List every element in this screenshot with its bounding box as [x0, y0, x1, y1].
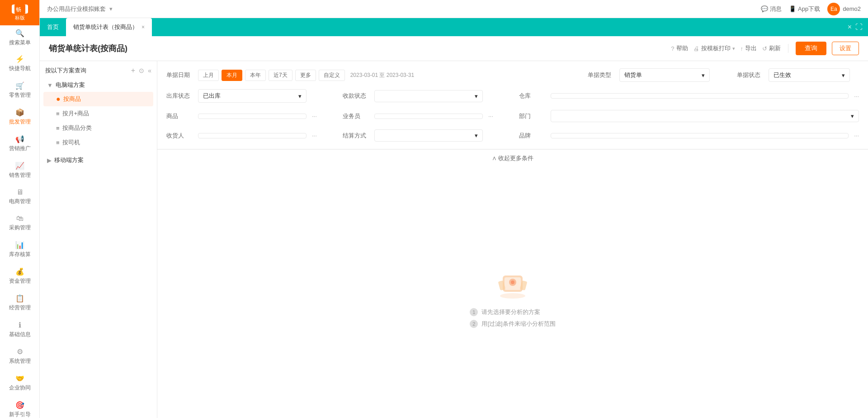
scheme-item-by-category[interactable]: ≡ 按商品分类 [43, 121, 153, 135]
settings-button[interactable]: 设置 [832, 42, 859, 55]
scheme-item-by-product[interactable]: ● 按商品 [43, 92, 153, 106]
sidebar-item-purchase[interactable]: 🛍 采购管理 [0, 210, 39, 236]
refresh-btn[interactable]: ↺ 刷新 [762, 44, 781, 52]
receiver-label: 收货人 [166, 132, 198, 140]
user-menu[interactable]: Ea demo2 [827, 3, 861, 15]
out-status-select[interactable]: 已出库 ▾ [198, 89, 307, 103]
brand-control: ··· [551, 132, 859, 139]
scheme-item-by-operator[interactable]: ≡ 按司机 [43, 135, 153, 150]
scheme-item-active-icon: ● [56, 95, 61, 103]
settlement-label: 结算方式 [343, 132, 374, 140]
department-select[interactable]: ▾ [551, 110, 859, 122]
payment-status-label: 收款状态 [343, 92, 374, 100]
warehouse-dots-btn[interactable]: ··· [854, 93, 859, 100]
tabbar-right: × ⛶ [848, 23, 868, 31]
receiver-select[interactable] [198, 133, 307, 138]
help-icon: ? [671, 45, 674, 52]
maximize-icon[interactable]: ⛶ [855, 23, 863, 31]
export-btn[interactable]: ↑ 导出 [741, 44, 757, 52]
finance-icon: 💰 [15, 267, 24, 276]
scheme-item-icon-1: ≡ [56, 110, 60, 117]
brand-select[interactable] [551, 133, 849, 138]
retail-icon: 🛒 [15, 81, 24, 90]
logo-icon: 畅 [12, 5, 28, 14]
sidebar-item-wholesale[interactable]: 📦 批发管理 [0, 104, 39, 130]
scheme-item-by-month-product[interactable]: ≡ 按月+商品 [43, 106, 153, 121]
hint-text-1: 请先选择要分析的方案 [481, 308, 540, 316]
scheme-header-title: 按以下方案查询 [45, 66, 86, 75]
add-scheme-btn[interactable]: + [131, 66, 135, 75]
empty-hints: 1 请先选择要分析的方案 2 用[过滤]条件来缩小分析范围 [470, 308, 555, 328]
payment-status-select[interactable]: ▾ [374, 90, 483, 102]
date-btn-this-month[interactable]: 本月 [222, 70, 242, 81]
scheme-section-mobile-title[interactable]: ▶ 移动端方案 [43, 153, 153, 167]
date-btn-7days[interactable]: 近7天 [269, 70, 292, 81]
sidebar-item-system[interactable]: ⚙ 系统管理 [0, 343, 39, 370]
sidebar-item-label: 新手引导 [9, 411, 31, 418]
query-button[interactable]: 查询 [796, 42, 826, 55]
date-btn-custom[interactable]: 自定义 [319, 70, 345, 81]
page-title: 销货单统计表(按商品) [49, 43, 127, 59]
sidebar-item-label: 经营管理 [9, 304, 31, 312]
department-label: 部门 [519, 112, 551, 120]
tab-home[interactable]: 首页 [40, 18, 66, 36]
brand-label: 品牌 [519, 132, 551, 140]
settlement-select[interactable]: ▾ [374, 129, 483, 142]
sidebar-item-operations[interactable]: 📋 经营管理 [0, 290, 39, 316]
scheme-section-pc-title[interactable]: ▼ 电脑端方案 [43, 78, 153, 92]
brand-dots-btn[interactable]: ··· [854, 132, 859, 139]
help-btn[interactable]: ? 帮助 [671, 44, 688, 52]
sidebar-item-label: 采购管理 [9, 224, 31, 232]
sidebar-item-label: 搜索菜单 [9, 39, 31, 47]
sidebar-item-enterprise[interactable]: 🤝 企业协同 [0, 370, 39, 396]
export-icon: ↑ [741, 45, 744, 52]
sidebar-item-sales[interactable]: 📈 销售管理 [0, 157, 39, 184]
payment-status-control: ▾ [374, 90, 501, 102]
tab-sales-stat[interactable]: 销货单统计表（按商品） × [66, 18, 152, 36]
sales-icon: 📈 [15, 162, 24, 170]
print-btn[interactable]: 🖨 按模板打印 ▾ [693, 44, 735, 52]
logo-text: 标版 [15, 14, 25, 21]
out-status-control: 已出库 ▾ [198, 89, 325, 103]
warehouse-select[interactable] [551, 93, 849, 99]
doc-status-value: 已生效 [774, 71, 791, 79]
print-dropdown-icon: ▾ [732, 46, 735, 52]
filter-row-2: 出库状态 已出库 ▾ 收款状态 ▾ [166, 89, 859, 103]
date-btn-this-year[interactable]: 本年 [245, 70, 266, 81]
collapse-scheme-btn[interactable]: « [148, 67, 151, 74]
scheme-item-label: 按司机 [62, 138, 80, 147]
sidebar-item-ecommerce[interactable]: 🖥 电商管理 [0, 184, 39, 210]
sidebar-item-finance[interactable]: 💰 资金管理 [0, 263, 39, 290]
warehouse-control: ··· [551, 93, 859, 100]
salesperson-dots-btn[interactable]: ··· [488, 113, 493, 119]
product-dots-btn[interactable]: ··· [312, 113, 317, 119]
sidebar-item-guide[interactable]: 🎯 新手引导 [0, 396, 39, 418]
sidebar-item-marketing[interactable]: 📢 营销推广 [0, 130, 39, 157]
empty-hint-2: 2 用[过滤]条件来缩小分析范围 [470, 320, 555, 328]
date-btn-last-month[interactable]: 上月 [198, 70, 219, 81]
edit-scheme-btn[interactable]: ⊙ [139, 67, 144, 74]
sidebar-item-inventory[interactable]: 📊 库存核算 [0, 236, 39, 263]
tab-sales-stat-label: 销货单统计表（按商品） [73, 23, 138, 31]
topbar-dropdown-icon[interactable]: ▾ [109, 5, 113, 12]
message-btn[interactable]: 💬 消息 [761, 5, 782, 13]
salesperson-select[interactable] [374, 114, 483, 119]
doc-status-label: 单据状态 [737, 71, 769, 79]
sidebar-item-basic[interactable]: ℹ 基础信息 [0, 316, 39, 343]
sidebar-item-quick-nav[interactable]: ⚡ 快捷导航 [0, 50, 39, 77]
doc-status-select[interactable]: 已生效 ▾ [769, 68, 850, 82]
close-window-icon[interactable]: × [848, 23, 852, 31]
sidebar-item-retail[interactable]: 🛒 零售管理 [0, 77, 39, 104]
salesperson-control: ··· [374, 113, 501, 119]
collapse-more-btn[interactable]: ∧ 收起更多条件 [157, 149, 868, 167]
date-btn-more[interactable]: 更多 [295, 70, 316, 81]
sidebar-item-search[interactable]: 🔍 搜索菜单 [0, 25, 39, 50]
topbar-right: 💬 消息 📱 App下载 Ea demo2 [761, 3, 861, 15]
tab-close-icon[interactable]: × [142, 24, 145, 30]
section-label: 移动端方案 [54, 156, 84, 164]
scheme-section-mobile: ▶ 移动端方案 [40, 153, 157, 167]
product-select[interactable] [198, 114, 307, 119]
doc-type-select[interactable]: 销货单 ▾ [619, 68, 710, 82]
receiver-dots-btn[interactable]: ··· [312, 132, 317, 139]
app-download-btn[interactable]: 📱 App下载 [789, 5, 820, 13]
